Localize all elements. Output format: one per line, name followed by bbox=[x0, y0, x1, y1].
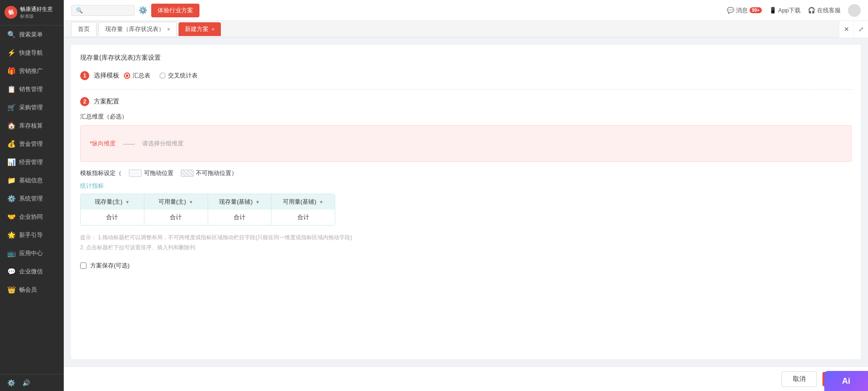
dimension-placeholder: 请选择分组维度 bbox=[142, 139, 184, 148]
stats-body-col-1: 合计 bbox=[81, 210, 144, 225]
sidebar-item-member[interactable]: 👑 畅会员 bbox=[0, 281, 64, 299]
sidebar-item-weixin[interactable]: 💬 企业微信 bbox=[0, 262, 64, 281]
tab-new-scheme[interactable]: 新建方案 × bbox=[179, 22, 220, 36]
sidebar-item-label: 企业微信 bbox=[19, 268, 43, 276]
tab-home[interactable]: 首页 bbox=[71, 22, 97, 36]
topbar: 🔍 ⚙️ 体验行业方案 💬 消息 99+ 📱 App下载 🎧 在线客服 bbox=[64, 0, 868, 21]
stats-col-label: 现存量(基辅) bbox=[219, 198, 253, 206]
stats-col-label: 可用量(基辅) bbox=[283, 198, 317, 206]
industry-btn[interactable]: 体验行业方案 bbox=[151, 4, 199, 17]
tab-close-icon[interactable]: × bbox=[211, 26, 214, 32]
monitor-icon: 📺 bbox=[7, 249, 15, 257]
sidebar: 畅 畅康通好生意 标准版 🔍 搜索菜单 ⚡ 快捷导航 🎁 营销推广 📋 销售管理… bbox=[0, 0, 64, 391]
no-drag-label: 不可拖动位置） bbox=[196, 169, 237, 177]
money-icon: 💰 bbox=[7, 140, 15, 148]
panel: 现存量(库存状况表)方案设置 1 选择模板 汇总表 交叉统计表 bbox=[71, 45, 861, 359]
tips-section: 提示： 1.拖动标题栏可以调整布局，不可跨维度或指标区域拖动栏目字段(只能在同一… bbox=[80, 233, 852, 252]
sidebar-item-operations[interactable]: 📊 经营管理 bbox=[0, 153, 64, 171]
stats-subtotal: 合计 bbox=[234, 213, 245, 221]
cart-icon: 🛒 bbox=[7, 103, 15, 112]
stats-col-label: 可用量(主) bbox=[158, 198, 186, 206]
sidebar-item-marketing[interactable]: 🎁 营销推广 bbox=[0, 62, 64, 80]
sidebar-item-label: 系统管理 bbox=[19, 195, 43, 203]
chevron-down-icon[interactable]: ▼ bbox=[319, 200, 324, 205]
sidebar-item-inventory[interactable]: 🏠 库存核算 bbox=[0, 117, 64, 135]
step2-section: 2 方案配置 汇总维度（必选） *纵向维度 —— 请选择分组维度 模板指标设定（ bbox=[80, 97, 852, 252]
dimension-required: *纵向维度 bbox=[90, 139, 116, 148]
settings-icon[interactable]: ⚙️ bbox=[7, 379, 15, 386]
app-name: 畅康通好生意 bbox=[20, 5, 53, 13]
stats-body-col-3: 合计 bbox=[208, 210, 272, 225]
step1-header: 1 选择模板 汇总表 交叉统计表 bbox=[80, 71, 852, 80]
radio-cross[interactable]: 交叉统计表 bbox=[159, 72, 198, 80]
close-window-btn[interactable]: ✕ bbox=[839, 21, 853, 37]
stats-body-col-2: 合计 bbox=[144, 210, 208, 225]
step1-label: 选择模板 bbox=[94, 72, 119, 80]
stats-section: 统计指标 现存量(主) ▼ 可用量(主) ▼ bbox=[80, 182, 852, 226]
audio-icon[interactable]: 🔊 bbox=[22, 379, 30, 386]
message-badge: 99+ bbox=[750, 7, 762, 13]
chevron-down-icon[interactable]: ▼ bbox=[189, 200, 194, 205]
maximize-btn[interactable]: ⤢ bbox=[853, 21, 868, 37]
cancel-button[interactable]: 取消 bbox=[781, 371, 817, 387]
sidebar-item-system[interactable]: ⚙️ 系统管理 bbox=[0, 190, 64, 208]
topbar-gear[interactable]: ⚙️ bbox=[138, 6, 148, 15]
online-service-label: 在线客服 bbox=[817, 6, 841, 15]
indicator-settings: 模板指标设定（ 可拖动位置 不可拖动位置） 统计指标 bbox=[80, 169, 852, 226]
topbar-right: 💬 消息 99+ 📱 App下载 🎧 在线客服 bbox=[727, 4, 861, 17]
step2-num: 2 bbox=[80, 97, 89, 106]
crown-icon: 👑 bbox=[7, 286, 15, 294]
avatar[interactable] bbox=[848, 4, 861, 17]
folder-icon: 📁 bbox=[7, 176, 15, 185]
logo-icon: 畅 bbox=[5, 6, 17, 19]
sidebar-item-finance[interactable]: 💰 资金管理 bbox=[0, 135, 64, 153]
tabbar: 首页 现存量（库存状况表） × 新建方案 × ✕ ⤢ bbox=[64, 21, 868, 37]
app-download-btn[interactable]: 📱 App下载 bbox=[769, 6, 801, 15]
tab-label: 新建方案 bbox=[185, 25, 209, 33]
tab-close-icon[interactable]: × bbox=[167, 26, 170, 32]
sidebar-item-collab[interactable]: 🤝 企业协同 bbox=[0, 208, 64, 226]
stats-table-body: 合计 合计 合计 合计 bbox=[81, 210, 335, 225]
save-checkbox[interactable] bbox=[80, 262, 87, 269]
sidebar-item-label: 采购管理 bbox=[19, 103, 43, 112]
sidebar-item-label: 快捷导航 bbox=[19, 49, 43, 57]
sidebar-item-label: 营销推广 bbox=[19, 67, 43, 75]
ai-float-btn[interactable]: Ai bbox=[824, 371, 868, 391]
online-service-btn[interactable]: 🎧 在线客服 bbox=[808, 6, 841, 15]
ai-label: Ai bbox=[842, 376, 850, 386]
sidebar-item-label: 销售管理 bbox=[19, 85, 43, 93]
sidebar-item-apps[interactable]: 📺 应用中心 bbox=[0, 244, 64, 262]
save-row: 方案保存(可选) bbox=[80, 262, 852, 270]
chevron-down-icon[interactable]: ▼ bbox=[255, 200, 260, 205]
sidebar-item-nav[interactable]: ⚡ 快捷导航 bbox=[0, 44, 64, 62]
message-btn[interactable]: 💬 消息 99+ bbox=[727, 6, 762, 15]
sidebar-item-guide[interactable]: 🌟 新手引导 bbox=[0, 226, 64, 244]
sidebar-item-search[interactable]: 🔍 搜索菜单 bbox=[0, 26, 64, 44]
sidebar-item-label: 畅会员 bbox=[19, 286, 37, 294]
stats-col-2[interactable]: 可用量(主) ▼ bbox=[144, 194, 208, 210]
dimension-picker[interactable]: *纵向维度 —— 请选择分组维度 bbox=[80, 125, 852, 162]
sidebar-item-label: 企业协同 bbox=[19, 213, 43, 221]
radio-summary[interactable]: 汇总表 bbox=[124, 72, 150, 80]
home-icon: 🏠 bbox=[7, 122, 15, 130]
sidebar-item-label: 新手引导 bbox=[19, 231, 43, 239]
stats-col-4[interactable]: 可用量(基辅) ▼ bbox=[271, 194, 335, 210]
sidebar-item-basics[interactable]: 📁 基础信息 bbox=[0, 171, 64, 190]
stats-col-1[interactable]: 现存量(主) ▼ bbox=[81, 194, 144, 210]
sidebar-item-label: 库存核算 bbox=[19, 122, 43, 130]
tab-label: 现存量（库存状况表） bbox=[105, 25, 164, 33]
chevron-down-icon[interactable]: ▼ bbox=[125, 200, 130, 205]
tab-inventory[interactable]: 现存量（库存状况表） × bbox=[98, 22, 177, 36]
wechat-icon: 💬 bbox=[7, 268, 15, 276]
stats-col-label: 现存量(主) bbox=[95, 198, 123, 206]
search-bar[interactable]: 🔍 bbox=[71, 5, 135, 16]
bottom-bar: 取消 查询 bbox=[64, 366, 868, 391]
stats-col-3[interactable]: 现存量(基辅) ▼ bbox=[208, 194, 272, 210]
step1-num: 1 bbox=[80, 71, 89, 80]
sidebar-item-sales[interactable]: 📋 销售管理 bbox=[0, 80, 64, 98]
app-edition: 标准版 bbox=[20, 13, 53, 20]
main-area: 🔍 ⚙️ 体验行业方案 💬 消息 99+ 📱 App下载 🎧 在线客服 bbox=[64, 0, 868, 391]
chart-icon: 📊 bbox=[7, 158, 15, 166]
sidebar-item-purchase[interactable]: 🛒 采购管理 bbox=[0, 98, 64, 117]
stats-table-header: 现存量(主) ▼ 可用量(主) ▼ 现存量(基辅) ▼ bbox=[81, 194, 335, 210]
